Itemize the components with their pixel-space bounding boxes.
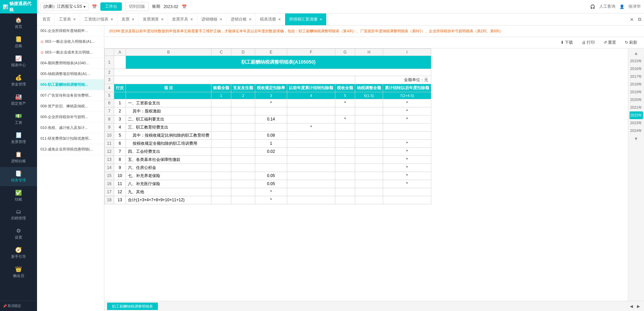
g-10[interactable] <box>335 131 355 139</box>
i-6[interactable]: * <box>383 99 431 107</box>
f-18[interactable] <box>287 196 335 204</box>
i-10[interactable] <box>383 131 431 139</box>
tab-工资统计报表[interactable]: 工资统计报表✕ <box>80 13 117 26</box>
form-list-item-005[interactable]: 005-纳税调整项目明细表(A1... <box>37 69 104 79</box>
reset-button[interactable]: ↺ 重置 <box>602 39 618 46</box>
tab-maximize-btn[interactable]: ⧉ <box>637 16 643 23</box>
print-button[interactable]: 🖨 打印 <box>580 39 597 46</box>
c-10[interactable] <box>211 131 231 139</box>
tab-发票[interactable]: 发票✕ <box>117 13 139 26</box>
f-17[interactable] <box>287 188 335 196</box>
d-14[interactable] <box>231 164 255 172</box>
c-9[interactable] <box>211 123 231 131</box>
d-12[interactable] <box>231 147 255 156</box>
h-14[interactable] <box>355 164 383 172</box>
download-button[interactable]: ⬇ 下载 <box>558 39 575 46</box>
i-9[interactable] <box>383 123 431 131</box>
d-9[interactable] <box>231 123 255 131</box>
sidebar-item-invoice[interactable]: 🧾发票管理 <box>0 129 37 148</box>
g-16[interactable] <box>335 180 355 188</box>
sidebar-item-settle[interactable]: ✅结账 <box>0 186 37 205</box>
form-list-item-008[interactable]: 008-资产折旧、摊销及纳税... <box>37 101 104 112</box>
h-7[interactable] <box>355 107 383 115</box>
h-13[interactable] <box>355 156 383 164</box>
g-11[interactable] <box>335 139 355 147</box>
c-13[interactable] <box>211 156 231 164</box>
tab-发票测算[interactable]: 发票测算✕ <box>139 13 168 26</box>
c-17[interactable] <box>211 188 231 196</box>
g-7[interactable] <box>335 107 355 115</box>
c-16[interactable] <box>211 180 231 188</box>
scroll-left-icon[interactable]: ◀ <box>629 304 634 309</box>
e-15[interactable]: 0.05 <box>255 172 287 180</box>
c-7[interactable] <box>211 107 231 115</box>
d-17[interactable] <box>231 188 255 196</box>
year-btn-2024年[interactable]: 2024年 <box>630 127 643 135</box>
e-16[interactable]: 0.05 <box>255 180 287 188</box>
tab-close-btn[interactable]: ✕ <box>629 16 635 23</box>
d-18[interactable] <box>231 196 255 204</box>
sidebar-item-guide[interactable]: 🧭新手引导 <box>0 243 37 263</box>
tab-close-icon[interactable]: ✕ <box>249 18 251 21</box>
tab-所得税汇算清缴[interactable]: 所得税汇算清缴✕ <box>285 13 327 26</box>
e-7[interactable] <box>255 107 287 115</box>
f-13[interactable] <box>287 156 335 164</box>
year-btn-2019年[interactable]: 2019年 <box>630 88 643 96</box>
g-18[interactable] <box>335 196 355 204</box>
f-16[interactable] <box>287 180 335 188</box>
e-9[interactable] <box>255 123 287 131</box>
e-17[interactable]: * <box>255 188 287 196</box>
form-list-item-002[interactable]: ⊘002-一般企业收入明细表(A1... <box>37 36 104 47</box>
h-12[interactable] <box>355 147 383 156</box>
tab-close-icon[interactable]: ✕ <box>110 18 113 21</box>
year-nav-up[interactable]: ▲ <box>633 50 639 57</box>
d-11[interactable] <box>231 139 255 147</box>
form-list-item-004[interactable]: 004-期间费用明细表(A1040... <box>37 58 104 69</box>
f-11[interactable] <box>287 139 335 147</box>
i-12[interactable]: * <box>383 147 431 156</box>
tab-close-icon[interactable]: ✕ <box>161 18 164 21</box>
i-16[interactable]: * <box>383 180 431 188</box>
year-btn-2021年[interactable]: 2021年 <box>630 104 643 111</box>
f-14[interactable] <box>287 164 335 172</box>
form-list-item-012[interactable]: 012-减免企业所得税优惠明细(... <box>37 144 104 155</box>
i-11[interactable]: * <box>383 139 431 147</box>
e-18[interactable]: * <box>255 196 287 204</box>
h-6[interactable] <box>355 99 383 107</box>
sidebar-item-report[interactable]: 📈报表中心 <box>0 52 37 71</box>
i-7[interactable]: * <box>383 107 431 115</box>
d-15[interactable] <box>231 172 255 180</box>
g-15[interactable] <box>335 172 355 180</box>
i-14[interactable]: * <box>383 164 431 172</box>
f-6[interactable] <box>287 99 335 107</box>
form-list-item-007[interactable]: 007-广告宣传和业务宣传费明... <box>37 90 104 101</box>
f-7[interactable] <box>287 107 335 115</box>
e-14[interactable] <box>255 164 287 172</box>
refresh-button[interactable]: ↻ 刷新 <box>623 39 639 46</box>
year-btn-2020年[interactable]: 2020年 <box>630 96 643 104</box>
f-15[interactable] <box>287 172 335 180</box>
c-11[interactable] <box>211 139 231 147</box>
c-15[interactable] <box>211 172 231 180</box>
f-12[interactable] <box>287 147 335 156</box>
sidebar-item-settings[interactable]: ⚙设置 <box>0 224 37 243</box>
h-8[interactable] <box>355 115 383 123</box>
period-calendar-icon[interactable]: 📅 <box>182 4 187 9</box>
sidebar-cancel-fixed[interactable]: 📌 取消固定 <box>0 301 37 311</box>
sidebar-item-member[interactable]: 👑畅会员 <box>0 263 37 282</box>
i-18[interactable] <box>383 196 431 204</box>
sidebar-item-assets[interactable]: 💰资金管理 <box>0 71 37 90</box>
d-16[interactable] <box>231 180 255 188</box>
g-17[interactable] <box>335 188 355 196</box>
tab-close-icon[interactable]: ✕ <box>190 18 193 21</box>
workspace-button[interactable]: 工作台 <box>100 2 122 11</box>
tab-close-icon[interactable]: ✕ <box>219 18 222 21</box>
g-8[interactable]: * <box>335 115 355 123</box>
h-17[interactable] <box>355 188 383 196</box>
h-11[interactable] <box>355 139 383 147</box>
e-10[interactable]: 0.08 <box>255 131 287 139</box>
g-13[interactable] <box>335 156 355 164</box>
sheet-tab-active[interactable]: 职工薪酬纳税调整明细表 <box>107 303 158 310</box>
year-btn-2015年[interactable]: 2015年 <box>630 57 643 65</box>
g-6[interactable]: * <box>335 99 355 107</box>
